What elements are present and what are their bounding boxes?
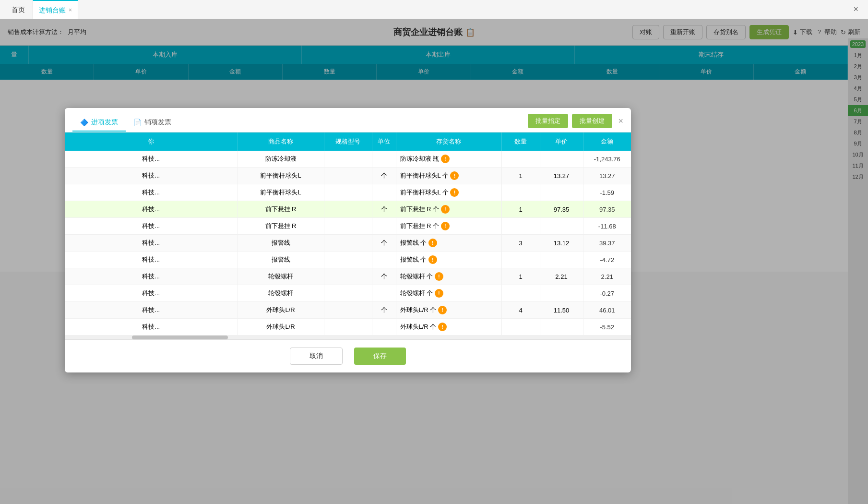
th-product-name: 商品名称 [238,132,324,151]
td-inventory: 防冻冷却液 瓶 ! [396,151,501,168]
td-unit-price [540,252,583,268]
td-inventory: 前平衡杆球头L 个 ! [396,168,501,184]
table-row: 科技...报警线个报警线 个 !313.1239.37 [65,235,631,252]
td-spec [324,268,372,285]
td-unit-price [540,218,583,235]
td-company: 科技... [65,302,238,319]
th-amount: 金额 [583,132,631,151]
td-qty: 1 [501,201,540,218]
warning-icon: ! [428,255,437,264]
th-spec: 规格型号 [324,132,372,151]
td-spec [324,168,372,184]
td-spec [324,252,372,268]
active-tab-label: 进销台账 [39,0,66,20]
td-inventory: 报警线 个 ! [396,252,501,268]
scroll-area[interactable] [65,336,631,339]
td-spec [324,151,372,168]
td-product-name: 报警线 [238,252,324,268]
td-unit-price: 13.12 [540,235,583,252]
tab-close-icon[interactable]: × [69,0,72,20]
td-amount: -4.72 [583,252,631,268]
tab-inbound-invoice[interactable]: 🔷 进项发票 [72,114,126,132]
td-product-name: 报警线 [238,235,324,252]
batch-create-button[interactable]: 批量创建 [572,114,612,128]
table-header-row: 你 商品名称 规格型号 单位 存货名称 数量 单价 金额 [65,132,631,151]
td-amount: -11.68 [583,218,631,235]
warning-icon: ! [435,289,443,298]
td-unit-price [540,285,583,302]
table-row: 科技...轮毂螺杆个轮毂螺杆 个 !12.212.21 [65,268,631,285]
td-qty: 1 [501,268,540,285]
td-unit-price: 11.50 [540,302,583,319]
td-qty: 4 [501,302,540,319]
td-qty [501,285,540,302]
td-unit [372,184,396,201]
invoice-icon-out: 📄 [133,119,142,126]
warning-icon: ! [441,205,450,214]
td-unit-price: 13.27 [540,168,583,184]
td-unit: 个 [372,201,396,218]
th-inventory-name: 存货名称 [396,132,501,151]
table-row: 科技...前平衡杆球头L个前平衡杆球头L 个 !113.2713.27 [65,168,631,184]
td-product-name: 前下悬挂 R [238,201,324,218]
td-amount: 13.27 [583,168,631,184]
td-company: 科技... [65,218,238,235]
td-unit-price [540,184,583,201]
td-company: 科技... [65,168,238,184]
tab-active-ledger[interactable]: 进销台账 × [33,0,78,19]
td-inventory: 前平衡杆球头L 个 ! [396,184,501,201]
cancel-button[interactable]: 取消 [290,348,343,365]
td-amount: 39.37 [583,235,631,252]
td-spec [324,201,372,218]
table-row: 科技...防冻冷却液防冻冷却液 瓶 !-1,243.76 [65,151,631,168]
td-qty [501,319,540,336]
main-content: 销售成本计算方法： 月平均 商贸企业进销台账 📋 对账 重新开账 存货别名 生成… [0,19,868,504]
td-unit-price: 2.21 [540,268,583,285]
td-amount: -5.52 [583,319,631,336]
td-product-name: 轮毂螺杆 [238,285,324,302]
td-inventory: 外球头L/R 个 ! [396,319,501,336]
td-unit: 个 [372,235,396,252]
batch-assign-button[interactable]: 批量指定 [528,114,568,128]
warning-icon: ! [438,323,447,331]
th-company: 你 [65,132,238,151]
td-unit [372,285,396,302]
td-product-name: 前下悬挂 R [238,218,324,235]
top-bar: 首页 进销台账 × × [0,0,868,19]
td-company: 科技... [65,184,238,201]
table-row: 科技...轮毂螺杆轮毂螺杆 个 !-0.27 [65,285,631,302]
td-amount: -1.59 [583,184,631,201]
td-product-name: 外球头L/R [238,319,324,336]
save-button[interactable]: 保存 [354,348,406,365]
td-product-name: 防冻冷却液 [238,151,324,168]
warning-icon: ! [450,188,459,197]
td-company: 科技... [65,151,238,168]
warning-icon: ! [441,222,450,230]
modal-header-actions: 批量指定 批量创建 [528,114,612,132]
modal-header: 🔷 进项发票 📄 销项发票 批量指定 批量创建 × [65,108,631,132]
td-inventory: 前下悬挂 R 个 ! [396,201,501,218]
td-company: 科技... [65,252,238,268]
td-unit-price [540,319,583,336]
table-row: 科技...外球头L/R个外球头L/R 个 !411.5046.01 [65,302,631,319]
td-product-name: 轮毂螺杆 [238,268,324,285]
table-row: 科技...前下悬挂 R个前下悬挂 R 个 !197.3597.35 [65,201,631,218]
td-product-name: 前平衡杆球头L [238,168,324,184]
modal-table-container: 你 商品名称 规格型号 单位 存货名称 数量 单价 金额 科技...防冻冷却液防… [65,132,631,336]
td-spec [324,302,372,319]
td-company: 科技... [65,268,238,285]
td-company: 科技... [65,235,238,252]
tab-outbound-invoice[interactable]: 📄 销项发票 [126,114,179,132]
td-amount: -1,243.76 [583,151,631,168]
td-qty: 3 [501,235,540,252]
scroll-thumb[interactable] [132,336,228,339]
table-row: 科技...外球头L/R外球头L/R 个 !-5.52 [65,319,631,336]
td-unit-price: 97.35 [540,201,583,218]
td-inventory: 前下悬挂 R 个 ! [396,218,501,235]
td-product-name: 外球头L/R [238,302,324,319]
modal-close-icon[interactable]: × [618,116,623,130]
app-close-icon[interactable]: × [847,4,864,14]
tab-home[interactable]: 首页 [4,0,33,19]
table-row: 科技...前下悬挂 R前下悬挂 R 个 !-11.68 [65,218,631,235]
td-unit: 个 [372,268,396,285]
